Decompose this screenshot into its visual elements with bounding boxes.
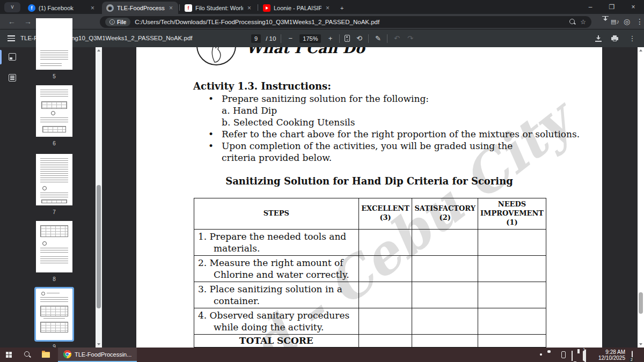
rotate-icon[interactable]: ⟲ — [355, 34, 363, 42]
thumbnail-page-6[interactable]: 6 — [21, 85, 87, 146]
scroll-down-icon[interactable] — [97, 343, 100, 345]
tab-title: Filo Student: World's Only Live — [195, 5, 243, 11]
minimize-button[interactable]: – — [580, 0, 601, 14]
page-total-label: / 10 — [266, 35, 276, 42]
zoom-page-icon[interactable] — [569, 19, 576, 25]
score-cell — [358, 334, 412, 347]
thumbnails-view-icon[interactable] — [9, 53, 16, 61]
activity-heading: Activity 1.3. Instructions: — [193, 80, 331, 92]
zoom-out-icon[interactable]: − — [286, 34, 295, 42]
thumbnail-image[interactable] — [36, 221, 72, 272]
close-window-button[interactable]: × — [623, 0, 644, 14]
scrollbar-thumb[interactable] — [639, 292, 643, 314]
active-view-indicator — [0, 50, 2, 64]
file-explorer-button[interactable] — [36, 348, 55, 362]
divider — [368, 34, 369, 43]
score-cell — [412, 282, 478, 308]
thumbnail-label: 5 — [53, 73, 56, 79]
browser-menu-icon[interactable]: ⋮ — [634, 17, 644, 27]
action-center-icon[interactable]: 2 — [632, 351, 633, 361]
scroll-down-icon[interactable] — [639, 343, 642, 345]
pdf-page: d - Cebu City What I Can Do Activity 1.3… — [136, 47, 602, 348]
scroll-up-icon[interactable] — [639, 49, 642, 51]
fit-page-icon[interactable] — [345, 35, 350, 42]
bookmark-star-icon[interactable]: ☆ — [580, 18, 586, 26]
print-icon[interactable] — [611, 35, 618, 42]
tab-pdf-active[interactable]: ◉ TLE-FoodProcessing10_Q3M1W × — [102, 2, 178, 14]
sidebar-scrollbar[interactable] — [96, 47, 102, 348]
outline-view-icon[interactable] — [9, 74, 16, 82]
file-scheme-chip[interactable]: i File — [105, 18, 130, 26]
tab-title: TLE-FoodProcessing10_Q3M1W — [117, 5, 165, 11]
score-cell — [412, 308, 478, 334]
step-cell: 2. Measure the right amount of Chlorine … — [194, 255, 359, 282]
total-score-label: TOTAL SCORE — [194, 334, 359, 347]
scrollbar-thumb[interactable] — [97, 185, 101, 308]
volume-icon[interactable] — [583, 349, 586, 362]
new-tab-button[interactable]: + — [336, 2, 349, 14]
close-icon[interactable]: × — [168, 4, 174, 12]
main-scrollbar[interactable] — [638, 47, 644, 348]
pdf-more-icon[interactable]: ⋮ — [628, 34, 636, 42]
thumbnail-image[interactable] — [36, 289, 72, 340]
table-total-row: TOTAL SCORE — [194, 334, 546, 347]
tab-youtube[interactable]: Loonie - PALAISIPAN feat. Arth × — [259, 2, 335, 14]
system-tray: 9:28 AM 12/10/2025 2 — [538, 349, 644, 361]
close-icon[interactable]: × — [246, 4, 252, 12]
column-header: SATISFACTORY (2) — [412, 198, 478, 230]
tab-divider — [179, 4, 180, 11]
network-icon[interactable] — [572, 351, 573, 361]
step-cell: 1. Prepare the needed tools and material… — [194, 229, 359, 255]
chevron-down-icon[interactable]: v — [4, 2, 20, 12]
close-icon[interactable]: × — [325, 4, 331, 12]
pdf-download-icon[interactable] — [595, 35, 602, 42]
table-row: 4. Observed sanitary procedures while do… — [194, 308, 546, 334]
thumbnail-page-7[interactable]: 7 — [21, 154, 87, 215]
list-item: a. Hand Dip — [208, 105, 595, 116]
instructions-list: Prepare sanitizing solution for the foll… — [208, 93, 595, 164]
pdf-toolbar: TLE-FoodProcessing10_Q3M1Weeks1_2_PASSED… — [0, 29, 644, 47]
redo-icon[interactable]: ↷ — [406, 34, 414, 42]
table-header-row: STEPS EXCELLENT (3) SATISFACTORY (2) NEE… — [194, 198, 546, 230]
thumbnail-page-8[interactable]: 8 — [21, 221, 87, 282]
close-icon[interactable]: × — [90, 4, 96, 12]
taskbar-clock[interactable]: 9:28 AM 12/10/2025 — [598, 349, 625, 361]
scroll-up-icon[interactable] — [97, 49, 100, 51]
tab-strip: v f (1) Facebook × ◉ TLE-FoodProcessing1… — [0, 0, 644, 14]
browser-toolbar: ← → ⟳ i File C:/Users/Tech/Downloads/TLE… — [0, 14, 644, 29]
zoom-level-input[interactable]: 175% — [299, 34, 321, 43]
start-button[interactable] — [0, 348, 18, 362]
profile-icon[interactable]: ◎ — [621, 17, 632, 27]
url-text[interactable]: C:/Users/Tech/Downloads/TLE-FoodProcessi… — [135, 19, 565, 25]
folder-icon — [42, 352, 50, 358]
score-cell — [358, 282, 412, 308]
annotate-pen-icon[interactable]: ✎ — [374, 34, 382, 42]
zoom-in-icon[interactable]: + — [326, 34, 334, 42]
divider — [387, 34, 387, 43]
address-bar[interactable]: i File C:/Users/Tech/Downloads/TLE-FoodP… — [100, 16, 591, 28]
time-label: 9:28 AM — [598, 349, 625, 355]
page-number-input[interactable]: 9 — [251, 34, 261, 43]
taskbar-app-chrome[interactable]: TLE-FoodProcessin... — [58, 348, 137, 362]
tab-filo[interactable]: f Filo Student: World's Only Live × — [180, 2, 257, 14]
tab-facebook[interactable]: f (1) Facebook × — [24, 2, 100, 14]
pdf-menu-icon[interactable] — [8, 35, 15, 41]
table-title: Sanitizing Solution for Hand Dip Criteri… — [136, 175, 602, 187]
windows-taskbar: TLE-FoodProcessin... 9:28 AM 12/10/2025 … — [0, 348, 644, 362]
column-header: EXCELLENT (3) — [358, 198, 412, 230]
taskbar-search-button[interactable] — [18, 348, 36, 362]
divider — [281, 34, 281, 43]
scoring-rubric-table: STEPS EXCELLENT (3) SATISFACTORY (2) NEE… — [194, 198, 546, 348]
thumbnail-page-5[interactable]: 5 — [21, 18, 87, 79]
thumbnail-page-9-selected[interactable]: 9 — [21, 289, 87, 350]
undo-icon[interactable]: ↶ — [392, 34, 401, 42]
restore-button[interactable]: ❐ — [601, 0, 623, 14]
file-chip-label: File — [117, 19, 126, 25]
thumbnail-image[interactable] — [36, 154, 72, 205]
your-phone-icon[interactable] — [561, 351, 566, 358]
thumbnail-image[interactable] — [36, 85, 72, 137]
thumbnail-image[interactable] — [36, 18, 72, 70]
back-icon[interactable]: ← — [6, 17, 17, 27]
media-control-icon[interactable]: ▤♪ — [610, 17, 620, 27]
score-cell — [412, 255, 478, 282]
